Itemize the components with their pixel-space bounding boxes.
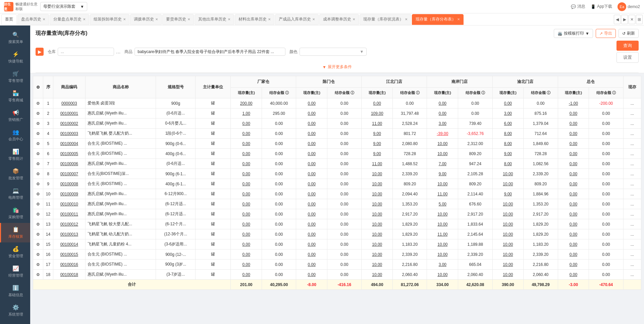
row-jb-cur[interactable]: 9.00	[362, 129, 393, 139]
sidebar-item-retail-store[interactable]: 🏪 零售商城	[0, 87, 30, 106]
tab-fbpddlh[interactable]: 分量盘点单历史 ✕	[50, 14, 89, 25]
row-yb-cur[interactable]: 10.00	[492, 209, 524, 219]
row-fac-cur[interactable]: 0.00	[231, 139, 262, 149]
row-gear[interactable]: ⚙	[33, 189, 43, 199]
row-code[interactable]: 00100007	[53, 169, 86, 179]
refresh-btn[interactable]: ↺ 刷新	[619, 29, 639, 38]
row-gear[interactable]: ⚙	[33, 270, 43, 280]
row-jb-cur[interactable]: 10.00	[362, 209, 393, 219]
row-jb-cur[interactable]: 10.00	[362, 270, 393, 280]
tab-close-pddlh[interactable]: ✕	[43, 17, 45, 21]
row-yb-cur[interactable]: 8.00	[492, 129, 524, 139]
row-gear[interactable]: ⚙	[33, 129, 43, 139]
row-chen-cur[interactable]: 0.00	[296, 219, 327, 229]
row-chen-cur[interactable]: 0.00	[296, 229, 327, 239]
row-code[interactable]: 00100014	[53, 239, 86, 249]
sidebar-item-retail-stat[interactable]: 📊 零售统计	[0, 145, 30, 165]
tab-close-xcl-fb[interactable]: ✕	[457, 17, 460, 21]
tab-prev-btn[interactable]: ◀	[614, 15, 621, 24]
tab-close-xcl-kk[interactable]: ✕	[405, 17, 408, 21]
row-chen-cur[interactable]: 0.00	[296, 139, 327, 149]
row-chen-cur[interactable]: 0.00	[296, 270, 327, 280]
row-yb-cur[interactable]: 10.00	[492, 169, 524, 179]
row-chen-cur[interactable]: 0.00	[296, 199, 327, 209]
tab-ygddlh[interactable]: 要货单历史 ✕	[162, 14, 194, 25]
row-na-cur[interactable]: 9.00	[427, 169, 458, 179]
row-yb-cur[interactable]: 10.00	[492, 239, 524, 249]
row-gear[interactable]: ⚙	[33, 139, 43, 149]
row-tot-cur[interactable]: 0.00	[558, 129, 589, 139]
row-na-cur[interactable]: 10.00	[427, 270, 458, 280]
row-gear[interactable]: ⚙	[33, 199, 43, 209]
row-jb-cur[interactable]: 11.00	[362, 119, 393, 129]
row-yb-cur[interactable]: 10.00	[492, 260, 524, 270]
tab-close-clckdlh[interactable]: ✕	[268, 17, 271, 21]
sidebar-item-enterprise[interactable]: 🤝 企业协同	[0, 320, 30, 324]
row-fac-cur[interactable]: 0.00	[231, 189, 262, 199]
row-chen-cur[interactable]: 0.00	[296, 108, 327, 119]
row-code[interactable]: 00100011	[53, 209, 86, 219]
row-chen-cur[interactable]: 0.00	[296, 239, 327, 249]
row-tot-cur[interactable]: 0.00	[558, 219, 589, 229]
tab-close-zcctdlh[interactable]: ✕	[123, 17, 126, 21]
row-gear[interactable]: ⚙	[33, 169, 43, 179]
row-gear[interactable]: ⚙	[33, 260, 43, 270]
row-gear[interactable]: ⚙	[33, 119, 43, 129]
industry-selector[interactable]: 母婴行业演示陈套 ▼	[40, 2, 87, 11]
row-chen-cur[interactable]: 0.00	[296, 209, 327, 219]
row-jb-cur[interactable]: 10.00	[362, 179, 393, 189]
row-na-cur[interactable]: 0.00	[427, 98, 458, 108]
row-tot-cur[interactable]: 0.00	[558, 139, 589, 149]
tab-dpdlh[interactable]: 调拨单历史 ✕	[130, 14, 162, 25]
row-code[interactable]: 00100006	[53, 159, 86, 169]
row-na-cur[interactable]: 10.00	[427, 219, 458, 229]
row-gear[interactable]: ⚙	[33, 149, 43, 159]
tab-cprkdlh[interactable]: 产成品入库单历史 ✕	[275, 14, 319, 25]
row-chen-cur[interactable]: 0.00	[296, 169, 327, 179]
row-fac-cur[interactable]: 0.00	[231, 270, 262, 280]
row-code[interactable]: 0000003	[53, 98, 86, 108]
sidebar-item-retail-mgmt[interactable]: 🛒 零售管理	[0, 67, 30, 87]
row-tot-cur[interactable]: 0.00	[558, 169, 589, 179]
row-chen-cur[interactable]: 0.00	[296, 179, 327, 189]
search-btn[interactable]: 查询	[616, 41, 639, 51]
user-area[interactable]: Ea demo2	[618, 2, 640, 11]
row-chen-cur[interactable]: 0.00	[296, 189, 327, 199]
row-tot-cur[interactable]: 0.00	[558, 229, 589, 239]
row-gear[interactable]: ⚙	[33, 239, 43, 249]
row-gear[interactable]: ⚙	[33, 159, 43, 169]
row-jb-cur[interactable]: 11.00	[362, 159, 393, 169]
row-yb-cur[interactable]: 10.00	[492, 199, 524, 209]
row-fac-cur[interactable]: 0.00	[231, 159, 262, 169]
row-tot-cur[interactable]: 0.00	[558, 260, 589, 270]
tab-close-fbpddlh[interactable]: ✕	[83, 17, 86, 21]
row-chen-cur[interactable]: 0.00	[296, 149, 327, 159]
row-fac-cur[interactable]: 0.00	[231, 169, 262, 179]
row-na-cur[interactable]: 10.00	[427, 179, 458, 189]
goods-input[interactable]	[135, 48, 285, 56]
color-input[interactable]: ▼	[300, 48, 367, 56]
print-btn[interactable]: 🖨️ 按模板打印 ▼	[554, 29, 593, 38]
row-code[interactable]: 00100015	[53, 249, 86, 260]
row-chen-cur[interactable]: 0.00	[296, 159, 327, 169]
sidebar-item-quick-nav[interactable]: ⚡ 快捷导航	[0, 48, 30, 67]
row-fac-cur[interactable]: 0.00	[231, 199, 262, 209]
row-fac-cur[interactable]: 1.00	[231, 108, 262, 119]
row-jb-cur[interactable]: 109.00	[362, 108, 393, 119]
tab-close-dpdlh[interactable]: ✕	[155, 17, 158, 21]
tab-clckdlh[interactable]: 材料出库单历史 ✕	[235, 14, 274, 25]
tab-pddlh[interactable]: 盘点单历史 ✕	[17, 14, 49, 25]
sidebar-item-basic-info[interactable]: ℹ️ 基础信息	[0, 281, 30, 301]
message-btn[interactable]: 💬 消息	[571, 4, 585, 9]
row-code[interactable]: 00100018	[53, 270, 86, 280]
row-fac-cur[interactable]: 0.00	[231, 229, 262, 239]
row-na-cur[interactable]: -39.00	[427, 129, 458, 139]
row-tot-cur[interactable]: 0.00	[558, 189, 589, 199]
row-fac-cur[interactable]: 0.00	[231, 179, 262, 189]
row-tot-cur[interactable]: -1.00	[558, 98, 589, 108]
row-yb-cur[interactable]: 10.00	[492, 270, 524, 280]
settings-btn[interactable]: 设置	[616, 52, 639, 63]
sidebar-item-ecommerce[interactable]: 💻 电商管理	[0, 184, 30, 203]
tab-xcl-kk[interactable]: 现存量（库存状况表） ✕	[360, 14, 411, 25]
row-chen-cur[interactable]: 0.00	[296, 129, 327, 139]
